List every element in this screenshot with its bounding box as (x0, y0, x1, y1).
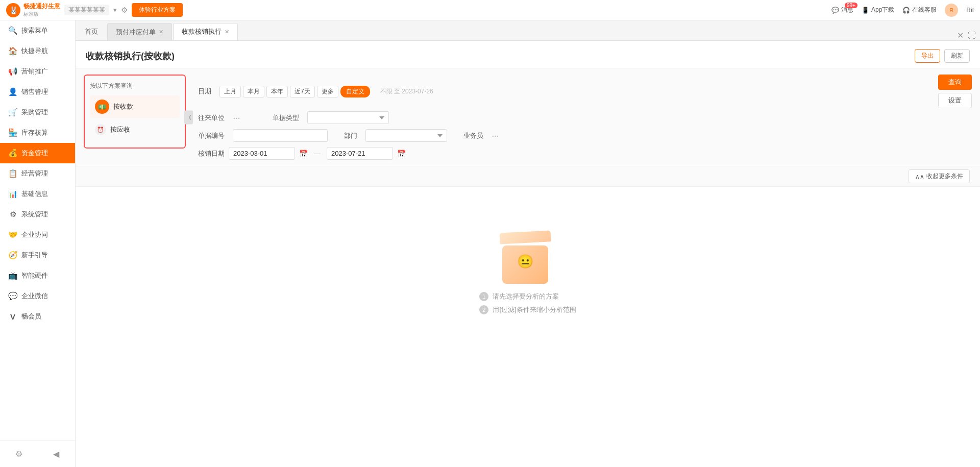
tab-bar: 首页 预付冲应付单 ✕ 收款核销执行 ✕ ✕ ⛶ (76, 20, 980, 41)
offset-date-label: 核销日期 (198, 149, 225, 158)
user-name[interactable]: Rit (966, 7, 974, 14)
date-label: 日期 (198, 87, 211, 96)
collapse-conditions-row: ∧∧ 收起更多条件 (76, 166, 980, 187)
sidebar-item-quick-nav[interactable]: 🏠 快捷导航 (0, 41, 75, 61)
top-bar: 🐰 畅捷通好生意 标准版 某某某某某某 ▾ ⚙ 体验行业方案 💬 消息 99+ … (0, 0, 980, 20)
sidebar-item-capital[interactable]: 💰 资金管理 (0, 143, 75, 163)
basic-info-icon: 📊 (8, 189, 17, 199)
salesperson-label: 业务员 (463, 131, 483, 140)
sidebar-item-marketing[interactable]: 📢 营销推广 (0, 61, 75, 82)
by-receivable-icon: ⏰ (95, 124, 106, 135)
filter-action-buttons: 查询 设置 (938, 75, 972, 108)
date-more[interactable]: 更多 (317, 86, 338, 97)
date-this-month[interactable]: 本月 (243, 86, 264, 97)
dept-label: 部门 (344, 131, 357, 140)
sidebar-item-system[interactable]: ⚙ 系统管理 (0, 204, 75, 225)
date-last-month[interactable]: 上月 (219, 86, 241, 97)
cal-icon-end[interactable]: 📅 (397, 150, 406, 158)
by-receivable-label: 按应收 (110, 125, 130, 134)
tip-num-1: 1 (479, 292, 488, 301)
operations-icon: 📋 (8, 169, 17, 178)
purchase-icon: 🛒 (8, 108, 17, 117)
offset-date-start[interactable] (229, 147, 295, 160)
sidebar: 🔍 搜索菜单 🏠 快捷导航 📢 营销推广 👤 销售管理 🛒 采购管理 🏪 库存核… (0, 20, 76, 467)
tab-receipt-offset-close[interactable]: ✕ (225, 29, 229, 35)
tab-prepay[interactable]: 预付冲应付单 ✕ (107, 23, 172, 40)
top-bar-middle: 某某某某某某 ▾ ⚙ 体验行业方案 (64, 3, 827, 17)
query-option-by-receipt[interactable]: 💵 按收款 (90, 95, 180, 118)
messages-button[interactable]: 💬 消息 99+ (831, 6, 853, 14)
date-this-year[interactable]: 本年 (266, 86, 288, 97)
sidebar-item-vip[interactable]: V 畅会员 (0, 306, 75, 327)
sidebar-item-enterprise[interactable]: 🤝 企业协同 (0, 225, 75, 245)
box-face: 😐 (502, 245, 548, 269)
doc-type-select[interactable] (307, 111, 389, 124)
salesperson-dots[interactable]: ··· (492, 130, 499, 141)
doc-no-input[interactable] (233, 129, 328, 142)
offset-date-end[interactable] (327, 147, 393, 160)
vip-icon: V (8, 312, 17, 321)
sidebar-item-wechat[interactable]: 💬 企业微信 (0, 286, 75, 306)
date-quick-buttons: 上月 本月 本年 近7天 更多 自定义 (219, 86, 370, 97)
marketing-icon: 📢 (8, 67, 17, 76)
inventory-icon: 🏪 (8, 128, 17, 137)
tab-prepay-close[interactable]: ✕ (159, 29, 163, 35)
refresh-button[interactable]: 刷新 (944, 49, 970, 63)
query-button[interactable]: 查询 (938, 75, 972, 90)
tab-receipt-offset[interactable]: 收款核销执行 ✕ (173, 23, 238, 40)
service-button[interactable]: 🎧 在线客服 (902, 6, 937, 14)
guide-icon: 🧭 (8, 251, 17, 260)
date-sep: — (314, 150, 321, 157)
dept-select[interactable] (365, 129, 447, 142)
page-title: 收款核销执行(按收款) (86, 50, 175, 62)
panel-collapse-btn[interactable]: 《 (184, 110, 193, 124)
sidebar-item-basic-info[interactable]: 📊 基础信息 (0, 184, 75, 204)
search-icon: 🔍 (8, 26, 17, 35)
tip-num-2: 2 (479, 305, 488, 314)
wechat-icon: 💬 (8, 291, 17, 301)
collapse-conditions-btn[interactable]: ∧∧ 收起更多条件 (909, 169, 970, 183)
page-header-actions: 导出 刷新 (915, 49, 970, 63)
sidebar-item-sales[interactable]: 👤 销售管理 (0, 82, 75, 102)
page-header: 收款核销执行(按收款) 导出 刷新 (76, 41, 980, 68)
query-option-by-receivable[interactable]: ⏰ 按应收 (90, 120, 180, 139)
sidebar-item-inventory[interactable]: 🏪 库存核算 (0, 122, 75, 143)
workspace-dropdown[interactable]: ▾ (113, 6, 117, 14)
box-body: 😐 (502, 245, 548, 284)
export-button[interactable]: 导出 (915, 49, 940, 63)
query-panel-title: 按以下方案查询 (90, 82, 180, 90)
top-bar-right: 💬 消息 99+ 📱 App下载 🎧 在线客服 R Rit (831, 4, 974, 17)
date-custom[interactable]: 自定义 (340, 86, 370, 97)
service-icon: 🎧 (902, 7, 910, 14)
app-download-button[interactable]: 📱 App下载 (862, 6, 894, 14)
settings-icon[interactable]: ⚙ (121, 6, 128, 15)
box-lid (499, 230, 551, 244)
date-7days[interactable]: 近7天 (290, 86, 315, 97)
filter-row-3: 核销日期 📅 — 📅 (198, 147, 972, 160)
messages-badge: 99+ (845, 3, 857, 8)
tip-text-2: 用[过滤]条件来缩小分析范围 (493, 305, 576, 314)
sidebar-item-hardware[interactable]: 📺 智能硬件 (0, 265, 75, 286)
filter-row-2: 单据编号 部门 业务员 ··· (198, 129, 972, 142)
chevron-up-icon: ∧∧ (915, 173, 924, 180)
cal-icon-start[interactable]: 📅 (299, 150, 308, 158)
sidebar-item-search[interactable]: 🔍 搜索菜单 (0, 20, 75, 41)
sidebar-bottom: ⚙ ◀ (0, 440, 75, 467)
partner-dots[interactable]: ··· (233, 112, 240, 124)
sidebar-item-operations[interactable]: 📋 经营管理 (0, 163, 75, 184)
sidebar-item-purchase[interactable]: 🛒 采购管理 (0, 102, 75, 122)
sidebar-collapse-btn[interactable]: ◀ (38, 445, 76, 463)
date-range-display: 不限 至 2023-07-26 (380, 87, 433, 96)
user-avatar[interactable]: R (945, 4, 958, 17)
setting-button[interactable]: 设置 (938, 93, 972, 108)
sidebar-item-guide[interactable]: 🧭 新手引导 (0, 245, 75, 265)
tab-home[interactable]: 首页 (77, 23, 106, 40)
filter-area: 按以下方案查询 💵 按收款 ⏰ 按应收 《 (76, 68, 980, 166)
tab-close-all-icon[interactable]: ✕ (957, 31, 964, 40)
logo-icon: 🐰 (6, 3, 20, 17)
empty-tip-1: 1 请先选择要分析的方案 (479, 292, 576, 301)
solution-button[interactable]: 体验行业方案 (132, 3, 183, 17)
content-area: 首页 预付冲应付单 ✕ 收款核销执行 ✕ ✕ ⛶ 收款核销执行(按收款) 导出 (76, 20, 980, 467)
sidebar-settings-btn[interactable]: ⚙ (0, 445, 38, 463)
tab-expand-icon[interactable]: ⛶ (968, 31, 976, 40)
